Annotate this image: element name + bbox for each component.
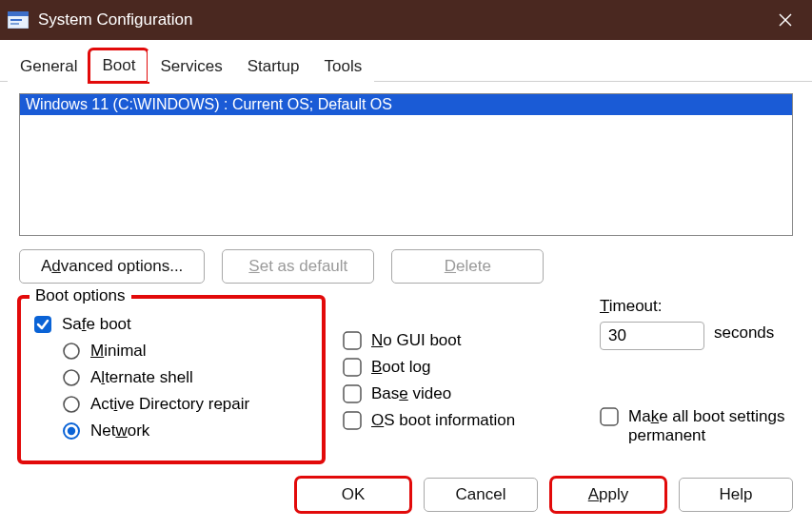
no-gui-boot-checkbox[interactable]: No GUI boot — [343, 331, 581, 350]
tab-bar: General Boot Services Startup Tools — [0, 44, 812, 82]
svg-point-7 — [64, 343, 79, 359]
boot-options-group: Boot options Safe boot Minimal Alternate… — [19, 297, 324, 462]
make-permanent-label: Make all boot settings permanent — [628, 407, 793, 445]
apply-button[interactable]: Apply — [551, 478, 665, 512]
safe-boot-label: Safe boot — [62, 315, 131, 334]
svg-rect-13 — [344, 359, 361, 376]
checkbox-unchecked-icon — [343, 384, 362, 403]
os-list-item[interactable]: Windows 11 (C:\WINDOWS) : Current OS; De… — [20, 94, 792, 115]
safe-boot-checkbox[interactable]: Safe boot — [33, 315, 309, 334]
close-button[interactable] — [759, 0, 812, 40]
svg-rect-15 — [344, 412, 361, 429]
timeout-input[interactable] — [600, 322, 704, 350]
boot-log-checkbox[interactable]: Boot log — [343, 358, 581, 377]
svg-point-9 — [64, 397, 79, 412]
os-boot-info-checkbox[interactable]: OS boot information — [343, 411, 581, 430]
tab-general[interactable]: General — [8, 50, 89, 82]
checkbox-unchecked-icon — [343, 358, 362, 377]
svg-rect-6 — [34, 316, 51, 333]
ok-button[interactable]: OK — [296, 478, 410, 512]
titlebar: System Configuration — [0, 0, 812, 40]
window-title: System Configuration — [38, 10, 193, 29]
svg-rect-12 — [344, 332, 361, 349]
timeout-group: Timeout: seconds Make all boot settings … — [600, 297, 793, 445]
svg-point-11 — [68, 427, 75, 435]
delete-button[interactable]: Delete — [391, 249, 544, 284]
base-video-label: Base video — [371, 384, 451, 403]
boot-flags-group: No GUI boot Boot log Base video OS boot … — [343, 297, 581, 438]
svg-rect-2 — [10, 19, 22, 21]
timeout-label: Timeout: — [600, 297, 793, 316]
make-permanent-checkbox[interactable]: Make all boot settings permanent — [600, 407, 793, 445]
svg-rect-16 — [601, 408, 618, 425]
radio-alternate-shell[interactable]: Alternate shell — [62, 368, 309, 387]
os-boot-info-label: OS boot information — [371, 411, 515, 430]
os-button-row: Advanced options... Set as default Delet… — [19, 249, 793, 284]
base-video-checkbox[interactable]: Base video — [343, 384, 581, 403]
radio-unchecked-icon — [62, 395, 81, 414]
radio-ad-repair[interactable]: Active Directory repair — [62, 395, 309, 414]
help-button[interactable]: Help — [679, 478, 793, 512]
radio-unchecked-icon — [62, 368, 81, 387]
radio-altshell-label: Alternate shell — [90, 368, 193, 387]
radio-network[interactable]: Network — [62, 421, 309, 441]
svg-point-8 — [64, 370, 79, 385]
svg-rect-3 — [10, 23, 19, 25]
app-icon — [8, 10, 29, 29]
cancel-button[interactable]: Cancel — [424, 478, 538, 512]
dialog-footer: OK Cancel Apply Help — [0, 470, 812, 523]
no-gui-boot-label: No GUI boot — [371, 331, 462, 350]
radio-minimal[interactable]: Minimal — [62, 342, 309, 361]
boot-options-legend: Boot options — [30, 286, 131, 305]
tab-services[interactable]: Services — [148, 50, 234, 82]
checkbox-unchecked-icon — [600, 407, 619, 426]
timeout-unit: seconds — [714, 323, 774, 343]
os-list[interactable]: Windows 11 (C:\WINDOWS) : Current OS; De… — [19, 93, 793, 236]
tab-tools[interactable]: Tools — [311, 50, 374, 82]
set-as-default-button[interactable]: Set as default — [222, 249, 374, 284]
radio-network-label: Network — [90, 421, 149, 441]
checkbox-unchecked-icon — [343, 331, 362, 350]
radio-adrepair-label: Active Directory repair — [90, 395, 249, 414]
advanced-options-button[interactable]: Advanced options... — [19, 249, 205, 284]
radio-checked-icon — [62, 421, 81, 441]
svg-rect-1 — [8, 11, 29, 16]
close-icon — [779, 13, 792, 27]
radio-minimal-label: Minimal — [90, 342, 147, 361]
checkbox-unchecked-icon — [343, 411, 362, 430]
tab-boot[interactable]: Boot — [89, 49, 148, 82]
checkbox-checked-icon — [33, 315, 52, 334]
radio-unchecked-icon — [62, 342, 81, 361]
tab-startup[interactable]: Startup — [235, 50, 312, 82]
boot-log-label: Boot log — [371, 358, 430, 377]
svg-rect-14 — [344, 385, 361, 402]
